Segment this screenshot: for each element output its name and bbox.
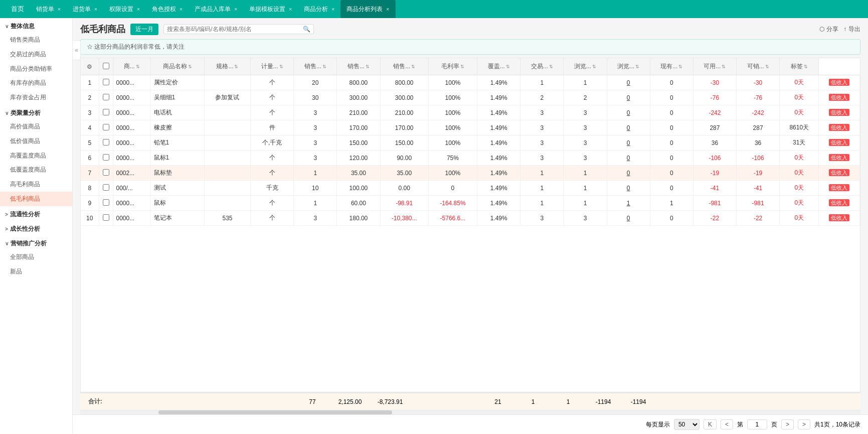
share-button[interactable]: ⬡ 分享 <box>819 25 838 34</box>
th-spec[interactable]: 规格...⇅ <box>204 58 250 75</box>
nav-products[interactable]: 产成品入库单 × <box>189 0 243 18</box>
sidebar-item-low-coverage[interactable]: 低覆盖度商品 <box>0 163 72 177</box>
last-page-button[interactable]: > <box>798 419 810 429</box>
row-index: 2 <box>81 90 99 105</box>
sidebar-item-capital[interactable]: 库存资金占用 <box>0 90 72 105</box>
th-sales[interactable]: 销售...⇅ <box>380 58 428 75</box>
first-page-button[interactable]: K <box>704 419 717 429</box>
row-checkbox[interactable] <box>99 166 113 181</box>
th-unit[interactable]: 计量...⇅ <box>251 58 294 75</box>
row-select-checkbox[interactable] <box>103 124 109 130</box>
nav-purchase[interactable]: 进货单 × <box>67 0 103 18</box>
nav-permissions[interactable]: 权限设置 × <box>103 0 146 18</box>
search-input[interactable] <box>167 26 303 33</box>
nav-close-analysis[interactable]: × <box>331 6 334 12</box>
sidebar-item-sales-products[interactable]: 销售类商品 <box>0 33 72 47</box>
export-button[interactable]: ↑ 导出 <box>843 25 860 34</box>
prev-page-button[interactable]: < <box>721 419 733 429</box>
row-checkbox[interactable] <box>99 135 113 151</box>
th-available[interactable]: 可用...⇅ <box>693 58 736 75</box>
nav-close-analysis-list[interactable]: × <box>386 6 389 12</box>
horizontal-scrollbar[interactable] <box>80 410 860 414</box>
select-all-checkbox[interactable] <box>103 63 109 69</box>
th-view1[interactable]: 浏览...⇅ <box>564 58 607 75</box>
nav-close-roles[interactable]: × <box>180 6 183 12</box>
page-number-input[interactable] <box>747 419 767 429</box>
main-layout: ∨ 整体信息 销售类商品 交易过的商品 商品分类助销率 有库存的商品 库存资金占… <box>0 18 868 434</box>
page-size-select[interactable]: 50 100 200 <box>674 419 700 430</box>
nav-close-purchase[interactable]: × <box>94 6 97 12</box>
row-profit: 100% <box>428 166 477 181</box>
th-sellable[interactable]: 可销...⇅ <box>737 58 780 75</box>
row-select-checkbox[interactable] <box>103 214 109 221</box>
sidebar-item-category-rate[interactable]: 商品分类助销率 <box>0 62 72 76</box>
sidebar-collapse-button[interactable]: « <box>73 40 81 60</box>
row-select-checkbox[interactable] <box>103 94 109 100</box>
row-checkbox[interactable] <box>99 196 113 211</box>
nav-home[interactable]: 首页 <box>5 0 30 18</box>
row-view1: 0 <box>607 105 650 120</box>
th-checkbox[interactable] <box>99 58 113 75</box>
nav-templates[interactable]: 单据模板设置 × <box>243 0 298 18</box>
sidebar-item-high-profit[interactable]: 高毛利商品 <box>0 177 72 192</box>
th-name[interactable]: 商品名称⇅ <box>150 58 204 75</box>
sidebar-group-growth[interactable]: > 成长性分析 <box>0 221 72 235</box>
nav-close-permissions[interactable]: × <box>137 6 140 12</box>
sidebar-item-in-stock[interactable]: 有库存的商品 <box>0 76 72 90</box>
row-checkbox[interactable] <box>99 105 113 120</box>
row-checkbox[interactable] <box>99 211 113 226</box>
chevron-down-icon-3: ∨ <box>5 241 9 246</box>
row-select-checkbox[interactable] <box>103 109 109 115</box>
th-gross-rate[interactable]: 毛利率⇅ <box>428 58 477 75</box>
search-icon[interactable]: 🔍 <box>303 26 310 33</box>
th-tag[interactable]: 标签⇅ <box>780 58 819 75</box>
th-code[interactable]: 商...⇅ <box>113 58 150 75</box>
sidebar-item-high-coverage[interactable]: 高覆盖度商品 <box>0 149 72 163</box>
row-checkbox[interactable] <box>99 181 113 196</box>
sidebar-item-all-products[interactable]: 全部商品 <box>0 250 72 264</box>
th-transactions[interactable]: 交易...⇅ <box>520 58 564 75</box>
row-checkbox[interactable] <box>99 120 113 135</box>
sidebar-item-high-value[interactable]: 高价值商品 <box>0 119 72 134</box>
row-select-checkbox[interactable] <box>103 199 109 206</box>
th-qty[interactable]: 销售...⇅ <box>294 58 337 75</box>
th-coverage[interactable]: 覆盖...⇅ <box>477 58 520 75</box>
nav-close-templates[interactable]: × <box>289 6 292 12</box>
row-checkbox[interactable] <box>99 90 113 105</box>
nav-roles[interactable]: 角色授权 × <box>146 0 189 18</box>
row-select-checkbox[interactable] <box>103 139 109 146</box>
row-qty: 1 <box>294 196 337 211</box>
row-index: 7 <box>81 166 99 181</box>
sidebar-item-low-profit[interactable]: 低毛利商品 <box>0 192 72 206</box>
row-checkbox[interactable] <box>99 151 113 166</box>
sidebar-group-flow[interactable]: > 流通性分析 <box>0 206 72 221</box>
row-unit: 件 <box>251 120 294 135</box>
sidebar-item-new-products[interactable]: 新品 <box>0 264 72 279</box>
row-select-checkbox[interactable] <box>103 79 109 85</box>
row-select-checkbox[interactable] <box>103 184 109 191</box>
th-settings[interactable]: ⚙ <box>81 58 99 75</box>
nav-sales[interactable]: 销货单 × <box>30 0 67 18</box>
nav-analysis-list[interactable]: 商品分析列表 × <box>340 0 395 18</box>
th-current[interactable]: 现有...⇅ <box>650 58 693 75</box>
sidebar-group-cluster[interactable]: ∨ 类聚量分析 <box>0 105 72 119</box>
row-qty: 1 <box>294 166 337 181</box>
row-checkbox[interactable] <box>99 75 113 90</box>
filter-button[interactable]: 近一月 <box>130 24 158 35</box>
sidebar-item-low-value[interactable]: 低价值商品 <box>0 134 72 149</box>
data-table-container[interactable]: ⚙ 商...⇅ 商品名称⇅ 规格...⇅ 计量...⇅ 销售...⇅ 销售...… <box>80 58 860 392</box>
th-price[interactable]: 销售...⇅ <box>337 58 380 75</box>
row-available: -30 <box>737 75 780 90</box>
sidebar-group-overall[interactable]: ∨ 整体信息 <box>0 18 72 33</box>
sidebar-item-traded-products[interactable]: 交易过的商品 <box>0 47 72 62</box>
row-select-checkbox[interactable] <box>103 169 109 176</box>
nav-product-analysis[interactable]: 商品分析 × <box>298 0 340 18</box>
next-page-button[interactable]: > <box>781 419 794 429</box>
row-code: 0000... <box>113 211 150 226</box>
row-select-checkbox[interactable] <box>103 154 109 161</box>
th-view2[interactable]: 浏览...⇅ <box>607 58 650 75</box>
nav-close-sales[interactable]: × <box>58 6 61 12</box>
sidebar-group-marketing[interactable]: ∨ 营销推广分析 <box>0 235 72 250</box>
table-row: 6 0000... 鼠标1 个 3 120.00 90.00 75% 1.49%… <box>81 151 860 166</box>
nav-close-products[interactable]: × <box>234 6 237 12</box>
